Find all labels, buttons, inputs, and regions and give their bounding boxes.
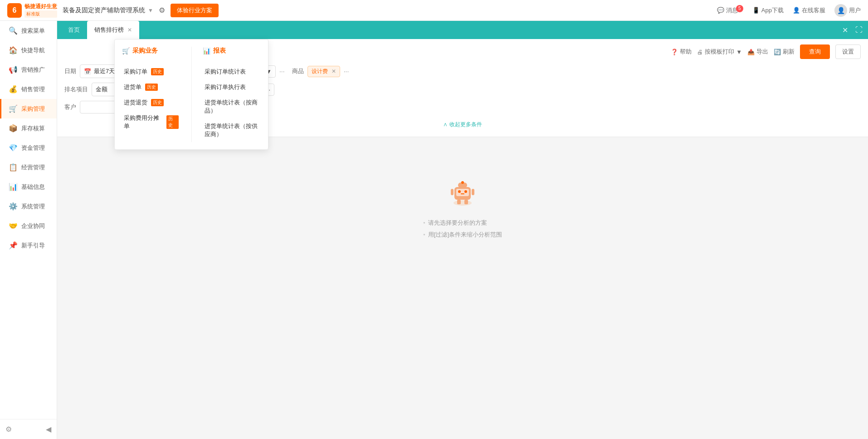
goods-tag[interactable]: 设计费 ✕ — [307, 66, 340, 77]
system-title: 装备及固定资产辅助管理系统 ▼ — [63, 6, 153, 15]
messages-action[interactable]: 💬 消息 5 — [717, 6, 743, 15]
bottom-settings-icon[interactable]: ⚙ — [5, 425, 12, 434]
history-badge: 历史 — [151, 99, 164, 106]
help-btn[interactable]: ❓ 帮助 — [671, 48, 692, 56]
tab-bar-actions: ✕ ⛶ — [840, 24, 864, 36]
content-area: 首页 销售排行榜 ✕ ✕ ⛶ ❓ 帮助 — [57, 21, 868, 439]
service-icon: 👤 — [793, 7, 800, 14]
dropdown-item-order-stats[interactable]: 采购订单统计表 — [203, 64, 261, 79]
sidebar-item-operation[interactable]: 📋 经营管理 — [0, 158, 57, 177]
main-layout: 🔍 搜索菜单 🏠 快捷导航 📢 营销推广 💰 销售管理 🛒 采购管理 📦 库存核… — [0, 21, 868, 439]
app-download-action[interactable]: 📱 App下载 — [752, 6, 784, 15]
svg-point-3 — [458, 190, 461, 193]
home-icon: 🏠 — [9, 46, 18, 54]
sidebar-item-system[interactable]: ⚙️ 系统管理 — [0, 197, 57, 216]
history-badge: 历史 — [166, 115, 179, 129]
industry-btn[interactable]: 体验行业方案 — [171, 4, 219, 17]
empty-state: 请先选择要分析的方案 用[过滤]条件来缩小分析范围 — [57, 137, 868, 277]
empty-tips: 请先选择要分析的方案 用[过滤]条件来缩小分析范围 — [423, 217, 502, 241]
system-icon: ⚙️ — [9, 202, 18, 211]
sidebar-item-quick-nav[interactable]: 🏠 快捷导航 — [0, 40, 57, 60]
query-btn[interactable]: 查询 — [800, 44, 830, 59]
dropdown-item-order-exec[interactable]: 采购订单执行表 — [203, 79, 261, 95]
svg-point-0 — [454, 200, 472, 206]
purchase-col: 🛒 采购业务 采购订单 历史 进货单 历史 进货退货 历史 采购费用分摊单 — [122, 47, 180, 142]
dropdown-item-purchase-order[interactable]: 采购订单 历史 — [122, 64, 180, 79]
goods-tag-remove-icon[interactable]: ✕ — [332, 68, 336, 74]
goods-ellipsis[interactable]: ··· — [344, 68, 349, 75]
sidebar-item-sales[interactable]: 💰 销售管理 — [0, 79, 57, 99]
report-col-icon: 📊 — [203, 47, 210, 54]
history-badge: 历史 — [145, 84, 158, 91]
tab-bar: 首页 销售排行榜 ✕ ✕ ⛶ — [57, 21, 868, 39]
sidebar-item-guide[interactable]: 📌 新手引导 — [0, 236, 57, 255]
sidebar: 🔍 搜索菜单 🏠 快捷导航 📢 营销推广 💰 销售管理 🛒 采购管理 📦 库存核… — [0, 21, 57, 439]
marketing-icon: 📢 — [9, 65, 18, 74]
purchase-col-icon: 🛒 — [122, 47, 130, 54]
logo-icon: 6 — [7, 3, 22, 18]
dropdown-item-incoming-stats-goods[interactable]: 进货单统计表（按商品） — [203, 95, 261, 118]
sales-icon: 💰 — [9, 85, 18, 94]
dropdown-item-incoming-stats-supplier[interactable]: 进货单统计表（按供应商） — [203, 118, 261, 142]
svg-point-11 — [461, 181, 464, 184]
header-left: 6 畅捷通好生意 标准版 装备及固定资产辅助管理系统 ▼ ⚙ 体验行业方案 — [7, 3, 219, 18]
dropdown-item-return[interactable]: 进货退货 历史 — [122, 95, 180, 110]
header-right: 💬 消息 5 📱 App下载 👤 在线客服 👤 用户 — [717, 4, 861, 17]
svg-rect-7 — [472, 189, 474, 195]
user-action[interactable]: 👤 用户 — [834, 4, 861, 17]
settings-icon[interactable]: ⚙ — [159, 6, 165, 15]
svg-rect-5 — [461, 193, 464, 194]
avatar: 👤 — [834, 4, 847, 17]
tab-close-window-icon[interactable]: ✕ — [840, 24, 850, 36]
bottom-collapse-icon[interactable]: ◀ — [46, 425, 51, 434]
guide-icon: 📌 — [9, 241, 18, 250]
message-icon: 💬 — [717, 7, 724, 14]
svg-rect-9 — [464, 200, 468, 204]
svg-point-4 — [464, 190, 467, 193]
sidebar-item-marketing[interactable]: 📢 营销推广 — [0, 60, 57, 79]
logo-area: 6 畅捷通好生意 标准版 — [7, 3, 57, 18]
finance-icon: 💎 — [9, 143, 18, 152]
report-col: 📊 报表 采购订单统计表 采购订单执行表 进货单统计表（按商品） 进货单统计表（… — [203, 47, 261, 142]
inventory-icon: 📦 — [9, 124, 18, 133]
purchase-col-title: 🛒 采购业务 — [122, 47, 180, 59]
print-btn[interactable]: 🖨 按模板打印 ▼ — [697, 48, 742, 56]
tab-close-icon[interactable]: ✕ — [127, 27, 132, 33]
sidebar-item-search[interactable]: 🔍 搜索菜单 — [0, 21, 57, 40]
export-btn[interactable]: 📤 导出 — [747, 48, 768, 56]
phone-icon: 📱 — [752, 7, 760, 14]
online-service-action[interactable]: 👤 在线客服 — [793, 6, 825, 15]
top-header: 6 畅捷通好生意 标准版 装备及固定资产辅助管理系统 ▼ ⚙ 体验行业方案 💬 … — [0, 0, 868, 21]
history-badge: 历史 — [151, 68, 164, 75]
status-ellipsis[interactable]: ··· — [279, 68, 285, 75]
sidebar-bottom: ⚙ ◀ — [0, 419, 57, 439]
sidebar-item-inventory[interactable]: 📦 库存核算 — [0, 118, 57, 138]
sidebar-item-basic[interactable]: 📊 基础信息 — [0, 177, 57, 197]
operation-icon: 📋 — [9, 163, 18, 172]
messages-badge: 5 — [736, 5, 743, 12]
svg-rect-2 — [456, 189, 469, 196]
basic-icon: 📊 — [9, 183, 18, 191]
dropdown-arrow-icon[interactable]: ▼ — [148, 7, 153, 14]
empty-illustration — [444, 173, 481, 210]
sidebar-item-finance[interactable]: 💎 资金管理 — [0, 138, 57, 158]
purchase-icon: 🛒 — [9, 104, 18, 113]
dropdown-menu: 🛒 采购业务 采购订单 历史 进货单 历史 进货退货 历史 采购费用分摊单 — [114, 39, 268, 150]
refresh-icon: 🔄 — [774, 49, 781, 55]
svg-rect-6 — [451, 189, 454, 195]
tab-sales-ranking[interactable]: 销售排行榜 ✕ — [87, 21, 139, 39]
help-icon: ❓ — [671, 49, 678, 55]
logo-text: 畅捷通好生意 标准版 — [24, 3, 57, 18]
chevron-up-icon: ∧ — [443, 121, 448, 128]
dropdown-item-expense[interactable]: 采购费用分摊单 历史 — [122, 110, 180, 134]
dropdown-item-incoming[interactable]: 进货单 历史 — [122, 79, 180, 95]
sidebar-item-cooperation[interactable]: 🤝 企业协同 — [0, 216, 57, 236]
tab-maximize-icon[interactable]: ⛶ — [853, 24, 864, 36]
sidebar-item-purchase[interactable]: 🛒 采购管理 — [0, 99, 57, 118]
print-icon: 🖨 — [697, 49, 703, 55]
search-icon: 🔍 — [9, 26, 18, 35]
settings-filter-btn[interactable]: 设置 — [835, 44, 861, 59]
refresh-btn[interactable]: 🔄 刷新 — [774, 48, 795, 56]
tab-home[interactable]: 首页 — [61, 21, 87, 39]
goods-filter: 商品 设计费 ✕ ··· — [292, 66, 349, 77]
